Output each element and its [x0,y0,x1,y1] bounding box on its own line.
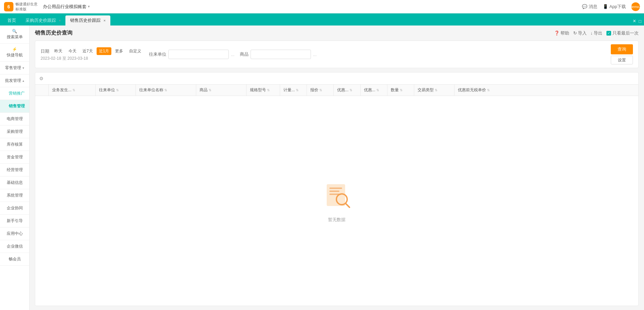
th-partner-name[interactable]: 往来单位名称 ⇅ [136,85,196,96]
partner-filter-label: 往来单位 [149,51,166,57]
filter-right-btns: 查询 设置 [611,44,633,64]
tab-purchase-history[interactable]: 采购历史价跟踪 × [21,15,65,25]
app-download-btn[interactable]: 📱 App下载 [603,4,626,10]
nav-icon: ⚡ [12,47,17,52]
sidebar-item-marketing[interactable]: 营销推广 [0,87,29,100]
last7days-btn[interactable]: 近7天 [80,47,95,55]
th-unit[interactable]: 计量... ⇅ [280,85,307,96]
export-btn[interactable]: ↓ 导出 [591,30,603,36]
message-btn[interactable]: 💬 消息 [582,4,597,10]
sidebar-item-purchase-mgmt[interactable]: 采购管理 [0,125,29,138]
chevron-down-icon: ▾ [22,66,24,70]
sidebar-item-search-menu[interactable]: 🔍 搜索菜单 [0,25,29,44]
filter-date-group: 日期 昨天 今天 近7天 近1月 更多 自定义 2023-02-18 至 202… [41,47,144,61]
th-business-date[interactable]: 业务发生... ⇅ [49,85,96,96]
sidebar-item-inventory-check[interactable]: 库存核算 [0,138,29,151]
th-partner-code[interactable]: 往来单位 ⇅ [96,85,136,96]
workspace-selector[interactable]: 办公用品行业模拟账套 ▾ [40,4,93,10]
sidebar-item-wholesale-mgmt[interactable]: 批发管理 ▴ [0,74,29,87]
table-toolbar: ⚙ [35,72,638,85]
th-spec[interactable]: 规格型号 ⇅ [247,85,280,96]
svg-rect-2 [329,191,339,192]
th-price[interactable]: 报价 ⇅ [307,85,334,96]
sidebar-item-member[interactable]: 畅会员 [0,253,29,266]
partner-input[interactable] [168,50,229,59]
query-button[interactable]: 查询 [611,44,633,54]
page-content: 销售历史价查询 ❓ 帮助 ↻ 导入 ↓ 导出 ✓ [30,25,644,310]
tab-sales-history[interactable]: 销售历史价跟踪 × [65,15,110,25]
sidebar-item-operations-mgmt[interactable]: 经营管理 [0,164,29,176]
partner-filter-group: 往来单位 ... [149,50,234,59]
sidebar-item-new-user-guide[interactable]: 新手引导 [0,215,29,227]
sort-icon: ⇅ [400,88,402,92]
date-range-display: 2023-02-18 至 2023-03-18 [41,56,144,61]
sort-icon: ⇅ [209,88,211,92]
sort-icon: ⇅ [487,88,490,92]
custom-date-btn[interactable]: 自定义 [127,47,144,55]
phone-icon: 📱 [603,4,608,9]
sidebar-item-quick-nav[interactable]: ⚡ 快捷导航 [0,44,29,62]
th-product[interactable]: 商品 ⇅ [196,85,247,96]
help-btn[interactable]: ❓ 帮助 [554,30,569,36]
export-icon: ↓ [591,31,593,36]
sidebar-item-finance-mgmt[interactable]: 资金管理 [0,151,29,164]
chevron-down-icon: ▾ [88,4,90,9]
today-btn[interactable]: 今天 [66,47,79,55]
user-btn[interactable]: demo2 [631,2,640,11]
sidebar-item-retail-mgmt[interactable]: 零售管理 ▾ [0,62,29,74]
th-discount2[interactable]: 优惠... ⇅ [361,85,387,96]
th-tax-free-price[interactable]: 优惠前无税单价 ⇅ [454,85,638,96]
sort-icon: ⇅ [116,88,119,92]
top-bar-left: 6 畅捷通好生意 标准版 办公用品行业模拟账套 ▾ [4,2,93,11]
sort-icon: ⇅ [72,88,75,92]
svg-rect-1 [329,188,342,189]
page-header-actions: ❓ 帮助 ↻ 导入 ↓ 导出 ✓ 只看最后一次 [554,30,639,36]
last1month-btn[interactable]: 近1月 [97,47,112,55]
close-tab-sales-icon[interactable]: × [103,18,105,22]
product-dots-btn[interactable]: ... [313,52,317,57]
sort-icon: ⇅ [267,88,270,92]
content-area: 销售历史价查询 ❓ 帮助 ↻ 导入 ↓ 导出 ✓ [30,25,644,310]
page-header: 销售历史价查询 ❓ 帮助 ↻ 导入 ↓ 导出 ✓ [35,30,639,37]
search-icon: 🔍 [12,29,17,34]
logo-icon: 6 [4,2,13,11]
svg-rect-0 [327,184,345,206]
partner-dots-btn[interactable]: ... [231,52,234,57]
more-date-btn[interactable]: 更多 [113,47,125,55]
sort-icon: ⇅ [319,88,322,92]
main-layout: 🔍 搜索菜单 ⚡ 快捷导航 零售管理 ▾ 批发管理 ▴ 营销推广 销售管理 电商… [0,25,644,310]
sort-icon: ⇅ [296,88,299,92]
sidebar-item-sales-mgmt[interactable]: 销售管理 [0,100,29,113]
sidebar-item-app-center[interactable]: 应用中心 [0,227,29,240]
sidebar-item-basic-info[interactable]: 基础信息 [0,176,29,189]
th-quantity[interactable]: 数量 ⇅ [387,85,414,96]
logo-text: 畅捷通好生意 标准版 [15,2,38,11]
top-bar: 6 畅捷通好生意 标准版 办公用品行业模拟账套 ▾ 💬 消息 📱 App下载 d… [0,0,644,13]
sort-icon: ⇅ [435,88,437,92]
product-input[interactable] [251,50,311,59]
maximize-window-btn[interactable]: □ [639,19,641,24]
import-btn[interactable]: ↻ 导入 [573,30,587,36]
only-last-checkbox[interactable]: ✓ 只看最后一次 [606,30,639,36]
filter-bar: 日期 昨天 今天 近7天 近1月 更多 自定义 2023-02-18 至 202… [35,41,639,68]
close-window-btn[interactable]: × [633,18,636,24]
settings-button[interactable]: 设置 [611,56,633,64]
sort-icon: ⇅ [350,88,352,92]
sidebar-item-system-mgmt[interactable]: 系统管理 [0,189,29,202]
th-discount1[interactable]: 优惠... ⇅ [334,85,361,96]
date-filter-label: 日期 [41,48,49,54]
logo-area: 6 畅捷通好生意 标准版 [4,2,38,11]
yesterday-btn[interactable]: 昨天 [52,47,65,55]
th-trade-type[interactable]: 交易类型 ⇅ [414,85,454,96]
tab-bar-actions: × □ [633,18,641,25]
message-icon: 💬 [582,4,587,9]
sidebar-item-enterprise-wechat[interactable]: 企业微信 [0,240,29,253]
sidebar-item-enterprise-collab[interactable]: 企业协同 [0,202,29,215]
empty-state: 暂无数据 [320,179,354,223]
tab-bar: 首页 采购历史价跟踪 × 销售历史价跟踪 × × □ [0,13,644,25]
svg-point-5 [339,196,345,202]
table-settings-icon[interactable]: ⚙ [39,76,44,81]
tab-home[interactable]: 首页 [3,15,21,25]
close-tab-purchase-icon[interactable]: × [59,18,61,22]
sidebar-item-ecommerce-mgmt[interactable]: 电商管理 [0,113,29,125]
